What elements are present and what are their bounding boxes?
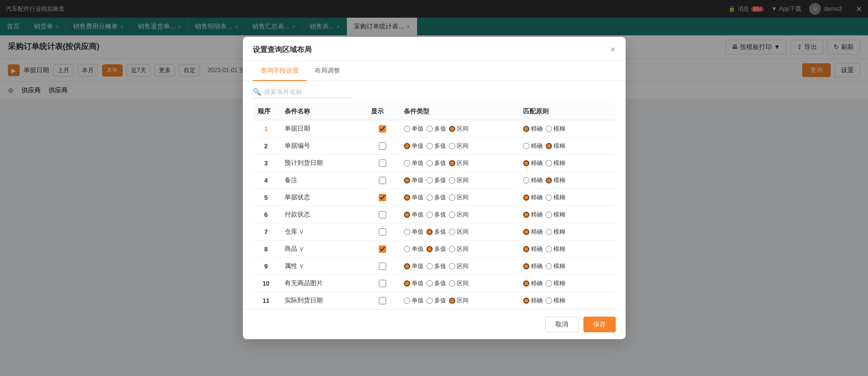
search-icon: 🔍 [253,88,261,96]
modal-title: 设置查询区域布局 [253,45,312,54]
tab-layout-adjust[interactable]: 布局调整 [307,61,348,81]
settings-modal: 设置查询区域布局 × 查询字段设置 布局调整 🔍 顺序 条件名称 显示 [243,37,626,99]
search-wrap: 🔍 [253,86,351,98]
modal-overlay: 设置查询区域布局 × 查询字段设置 布局调整 🔍 顺序 条件名称 显示 [0,0,868,99]
modal-close-button[interactable]: × [610,45,616,55]
modal-tab-bar: 查询字段设置 布局调整 [243,61,626,81]
tab-field-settings[interactable]: 查询字段设置 [253,61,307,81]
search-input[interactable] [264,88,351,96]
modal-header: 设置查询区域布局 × [243,37,626,61]
modal-search-area: 🔍 [243,81,626,99]
